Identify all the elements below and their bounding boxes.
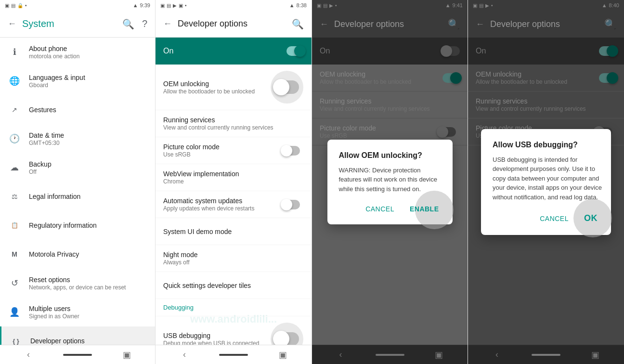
dev-item-autoupdate[interactable]: Automatic system updates Apply updates w… <box>156 191 312 218</box>
dev-on-row[interactable]: On <box>156 38 312 65</box>
users-sublabel: Signed in as Owner <box>29 313 79 320</box>
usbdebug-thumb <box>273 331 289 345</box>
dev-text: Developer options <box>30 337 85 345</box>
backup-icon: ☁ <box>8 161 21 174</box>
sidebar-item-gestures[interactable]: ↗ Gestures <box>0 95 155 124</box>
legal-text: Legal information <box>29 193 80 200</box>
datetime-text: Date & time GMT+05:30 <box>29 131 64 146</box>
autoupdate-thumb <box>281 199 292 210</box>
system-icons-left: ▣ ▤ 🔒 • <box>5 3 27 8</box>
system-settings-list: ℹ About phone motorola one action 🌐 Lang… <box>0 38 155 345</box>
nightmode-text: Night mode Always off <box>163 251 304 266</box>
datetime-label: Date & time <box>29 131 64 139</box>
oem-dialog-message: WARNING: Device protection features will… <box>339 166 445 194</box>
moto-icon: M <box>8 247 21 261</box>
running-sublabel: View and control currently running servi… <box>163 124 304 131</box>
usbdebug-toggle[interactable] <box>275 332 299 345</box>
nightmode-sublabel: Always off <box>163 259 304 266</box>
sidebar-item-legal[interactable]: ⚖ Legal information <box>0 182 155 211</box>
home-pill[interactable] <box>63 354 92 356</box>
usb-dialog-overlay: Allow USB debugging? USB debugging is in… <box>468 0 624 364</box>
wifi-icon: ▲ <box>133 2 138 8</box>
oem-dialog-container: Allow OEM unlocking? WARNING: Device pro… <box>327 140 453 225</box>
system-icons-right: ▲ 9:39 <box>133 2 150 8</box>
oem-cancel-button[interactable]: Cancel <box>360 201 400 217</box>
autoupdate-sublabel: Apply updates when device restarts <box>163 205 283 212</box>
sidebar-item-backup[interactable]: ☁ Backup Off <box>0 153 155 182</box>
oem-text: OEM unlocking Allow the bootloader to be… <box>163 80 270 95</box>
users-icon: 👤 <box>8 305 21 319</box>
dev-on-label: On <box>163 47 286 55</box>
sidebar-item-moto-privacy[interactable]: M Motorola Privacy <box>0 240 155 269</box>
dev-item-quicktiles[interactable]: Quick settings developer tiles <box>156 272 312 299</box>
oem-toggle-thumb <box>273 79 289 95</box>
about-icon: ℹ <box>8 45 21 59</box>
regulatory-icon: 📋 <box>8 219 21 232</box>
search-icon[interactable]: 🔍 <box>122 18 134 30</box>
nav-bar-panel2: ‹ ▣ <box>156 345 312 364</box>
sidebar-item-users[interactable]: 👤 Multiple users Signed in as Owner <box>0 298 155 326</box>
sidebar-item-reset[interactable]: ↺ Reset options Network, apps, or device… <box>0 269 155 298</box>
sidebar-item-about-phone[interactable]: ℹ About phone motorola one action <box>0 38 155 66</box>
reset-text: Reset options Network, apps, or device c… <box>29 276 126 291</box>
usb-cancel-button[interactable]: Cancel <box>534 209 574 227</box>
autoupdate-label: Automatic system updates <box>163 197 283 205</box>
oem-dialog-actions: Cancel Enable <box>339 201 445 221</box>
dev-on-toggle[interactable] <box>286 46 304 56</box>
oem-label: OEM unlocking <box>163 80 270 88</box>
oem-enable-button[interactable]: Enable <box>404 201 445 217</box>
dev-options-title: Developer options <box>178 19 247 29</box>
about-text: About phone motorola one action <box>29 45 79 60</box>
back-nav-p2[interactable]: ‹ <box>179 349 190 361</box>
running-label: Running services <box>163 116 304 124</box>
dev-item-picture[interactable]: Picture color mode Use sRGB <box>156 137 312 164</box>
autoupdate-toggle[interactable] <box>283 200 300 209</box>
dev-back-icon[interactable]: ← <box>163 19 172 29</box>
status-bar-panel2: ▣ ▤ ▶ ▣ • ▲ 8:38 <box>156 0 312 11</box>
usb-dialog-message: USB debugging is intended for developmen… <box>493 155 603 202</box>
oem-toggle[interactable] <box>275 80 299 94</box>
quicktiles-text: Quick settings developer tiles <box>163 282 304 289</box>
backup-sublabel: Off <box>29 169 52 175</box>
dev-search-icon[interactable]: 🔍 <box>292 18 304 30</box>
backup-text: Backup Off <box>29 160 52 175</box>
sidebar-item-developer[interactable]: { } Developer options <box>0 326 155 345</box>
back-nav-btn[interactable]: ‹ <box>23 349 34 361</box>
reset-sublabel: Network, apps, or device can be reset <box>29 284 126 291</box>
regulatory-label: Regulatory information <box>29 221 97 229</box>
usb-dialog-title: Allow USB debugging? <box>493 141 603 149</box>
webview-text: WebView implementation Chrome <box>163 170 304 185</box>
autoupdate-text: Automatic system updates Apply updates w… <box>163 197 283 212</box>
moto-text: Motorola Privacy <box>29 250 79 258</box>
dev-item-sysuidemo[interactable]: System UI demo mode <box>156 218 312 245</box>
nav-bar-panel1: ‹ ▣ <box>0 345 155 364</box>
moto-label: Motorola Privacy <box>29 250 79 258</box>
usbdebug-label: USB debugging <box>163 332 270 339</box>
dev-item-oem[interactable]: OEM unlocking Allow the bootloader to be… <box>156 65 312 110</box>
dev-options-list: OEM unlocking Allow the bootloader to be… <box>156 65 312 345</box>
backup-label: Backup <box>29 160 52 168</box>
dev-item-webview[interactable]: WebView implementation Chrome <box>156 164 312 191</box>
back-icon[interactable]: ← <box>8 19 16 29</box>
sidebar-item-regulatory[interactable]: 📋 Regulatory information <box>0 211 155 240</box>
sidebar-item-languages[interactable]: 🌐 Languages & input Gboard <box>0 66 155 95</box>
home-pill-p2[interactable] <box>219 354 248 356</box>
reset-icon: ↺ <box>8 276 21 290</box>
recents-p2[interactable]: ▣ <box>277 349 288 361</box>
sidebar-item-datetime[interactable]: 🕐 Date & time GMT+05:30 <box>0 124 155 153</box>
dev-item-running[interactable]: Running services View and control curren… <box>156 110 312 137</box>
recents-btn[interactable]: ▣ <box>121 349 132 361</box>
p2-icon4: ▣ <box>179 3 183 8</box>
help-icon[interactable]: ? <box>142 18 147 29</box>
dev-options-header: ← Developer options 🔍 <box>156 11 312 38</box>
usb-dialog-container: Allow USB debugging? USB debugging is in… <box>481 129 611 235</box>
p2-dot: • <box>185 3 187 8</box>
p2-icon1: ▣ <box>160 3 165 8</box>
webview-sublabel: Chrome <box>163 178 304 185</box>
picture-toggle[interactable] <box>283 146 300 156</box>
dev-item-nightmode[interactable]: Night mode Always off <box>156 245 312 272</box>
usb-ok-button[interactable]: OK <box>578 209 603 227</box>
dev-item-usbdebug[interactable]: USB debugging Debug mode when USB is con… <box>156 316 312 345</box>
legal-label: Legal information <box>29 193 80 200</box>
system-header: ← System 🔍 ? <box>0 11 155 38</box>
